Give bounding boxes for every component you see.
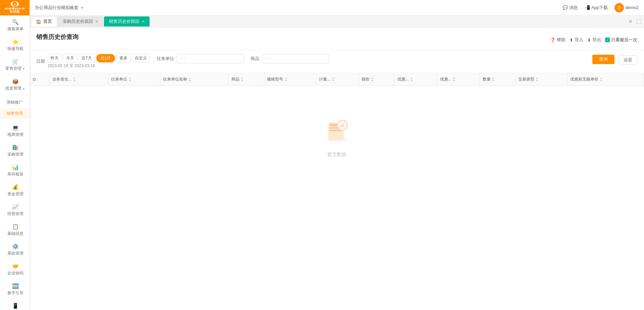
tab-close-sales[interactable]: ✕ — [142, 19, 145, 24]
th-spec[interactable]: 规格型号 ▲▼ — [264, 73, 316, 86]
chevron-down-icon: ▼ — [22, 67, 25, 70]
sidebar-item-ecommerce[interactable]: 💻 电商管理 — [0, 121, 30, 141]
goods-input[interactable]: ··· — [262, 54, 329, 63]
th-discount2[interactable]: 优惠... ▲▼ — [437, 73, 480, 86]
date-filter: 日期 昨天 今天 近7天 近1月 更多 自定义 2023-02-18 至 202… — [36, 54, 150, 69]
th-pretax-price[interactable]: 优惠前无税单价 ▲▼ — [568, 73, 644, 86]
sidebar-item-wholesale[interactable]: 📦 批发管理 ▲ — [0, 75, 30, 95]
main-container: 办公用品行业模拟账套 ▾ 💬 消息 📲 App下载 D demo2 🏠 首页 采… — [30, 0, 644, 310]
topbar-dropdown-icon[interactable]: ▾ — [81, 5, 83, 10]
sidebar-item-guide[interactable]: 🆕 新手引导 — [0, 279, 30, 299]
table-header: ⚙ 业务发生... ▲▼ 往来单位 ▲▼ — [30, 73, 644, 86]
th-discount1[interactable]: 优惠... ▲▼ — [394, 73, 437, 86]
sidebar-item-finance[interactable]: 💰 资金管理 — [0, 180, 30, 200]
sidebar-item-sales[interactable]: 销售管理 — [0, 108, 30, 119]
svg-point-0 — [12, 2, 17, 6]
goods-filter: 商品 ··· — [251, 54, 329, 63]
date-btn-today[interactable]: 今天 — [63, 54, 77, 62]
logo-area: 畅捷通好生意 标准版 — [0, 0, 30, 15]
topbar-right: 💬 消息 📲 App下载 D demo2 — [562, 3, 639, 12]
svg-point-9 — [346, 119, 347, 120]
sidebar-item-search[interactable]: 🔍 搜索菜单 — [0, 15, 30, 35]
message-btn[interactable]: 💬 消息 — [562, 5, 578, 11]
action-buttons: ❓ 帮助 ⬆ 导入 ⬇ 导出 ✓ 只看最后一次 — [550, 37, 637, 43]
th-settings[interactable]: ⚙ — [30, 73, 49, 86]
sidebar-item-inventory[interactable]: 📊 库存核算 — [0, 161, 30, 180]
unit-input[interactable]: ··· — [177, 54, 244, 63]
date-buttons: 昨天 今天 近7天 近1月 更多 自定义 — [48, 54, 150, 62]
home-icon: 🏠 — [36, 19, 41, 24]
export-btn[interactable]: ⬇ 导出 — [587, 37, 601, 43]
svg-point-7 — [344, 120, 346, 122]
date-group: 昨天 今天 近7天 近1月 更多 自定义 2023-02-18 至 2023-0… — [48, 54, 150, 69]
date-btn-1month[interactable]: 近1月 — [96, 54, 115, 62]
tab-purchase-history[interactable]: 采购历史价跟踪 ✕ — [58, 16, 103, 27]
th-goods[interactable]: 商品 ▲▼ — [228, 73, 264, 86]
goods-label: 商品 — [251, 56, 259, 62]
retail-icon: 🛒 — [12, 58, 19, 65]
empty-state: 暂无数据 — [30, 86, 644, 185]
sidebar-item-app-center[interactable]: 📱 应用中心 — [0, 299, 30, 310]
page-title: 销售历史价查询 — [36, 33, 78, 41]
th-unit-measure[interactable]: 计量... ▲▼ — [316, 73, 359, 86]
svg-rect-5 — [329, 130, 340, 131]
tab-sales-history[interactable]: 销售历史价跟踪 ✕ — [104, 16, 150, 27]
sidebar-item-system[interactable]: ⚙️ 系统管理 — [0, 240, 30, 260]
date-label: 日期 — [36, 58, 45, 64]
help-btn[interactable]: ❓ 帮助 — [550, 37, 566, 43]
logo-subtitle: 标准版 — [10, 9, 20, 14]
shortcut-icon: ⭐ — [12, 39, 19, 45]
date-btn-yesterday[interactable]: 昨天 — [48, 54, 62, 62]
tab-home[interactable]: 🏠 首页 — [31, 16, 57, 27]
th-trade-type[interactable]: 交易类型 ▲▼ — [516, 73, 568, 86]
sidebar: 畅捷通好生意 标准版 🔍 搜索菜单 ⭐ 快捷导航 🛒 零售管理 ▼ 📦 批发管理… — [0, 0, 30, 310]
maximize-btn[interactable]: ⛶ — [636, 19, 641, 24]
goods-input-dots: ··· — [265, 56, 271, 62]
date-btn-more[interactable]: 更多 — [116, 54, 130, 62]
th-unit-name[interactable]: 往来单位名称 ▲▼ — [160, 73, 228, 86]
sidebar-menu: 🔍 搜索菜单 ⭐ 快捷导航 🛒 零售管理 ▼ 📦 批发管理 ▲ 营销推广 — [0, 15, 30, 310]
operation-icon: 📈 — [12, 204, 19, 210]
sidebar-item-enterprise[interactable]: 🤝 企业协同 — [0, 260, 30, 279]
sidebar-item-marketing[interactable]: 营销推广 — [0, 97, 30, 108]
sidebar-item-basic[interactable]: 📋 基础信息 — [0, 220, 30, 240]
checkbox-icon: ✓ — [605, 38, 610, 42]
sidebar-item-shortcut[interactable]: ⭐ 快捷导航 — [0, 35, 30, 55]
app-center-icon: 📱 — [12, 303, 19, 309]
th-quoted-price[interactable]: 报价 ▲▼ — [359, 73, 395, 86]
sidebar-item-purchase[interactable]: 🛍️ 采购管理 — [0, 141, 30, 161]
import-btn[interactable]: ⬆ 导入 — [570, 37, 583, 43]
wholesale-icon: 📦 — [12, 78, 19, 85]
settings-button[interactable]: 设置 — [619, 55, 637, 65]
gear-icon[interactable]: ⚙ — [32, 77, 37, 82]
avatar: D — [614, 3, 624, 12]
filter-row: 日期 昨天 今天 近7天 近1月 更多 自定义 2023-02-18 至 202… — [30, 50, 644, 73]
svg-point-8 — [346, 122, 347, 123]
finance-icon: 💰 — [12, 184, 19, 190]
th-unit-code[interactable]: 往来单位 ▲▼ — [108, 73, 160, 86]
inventory-icon: 📊 — [12, 164, 19, 170]
data-table: ⚙ 业务发生... ▲▼ 往来单位 ▲▼ — [30, 73, 644, 86]
sidebar-item-retail[interactable]: 🛒 零售管理 ▼ — [0, 55, 30, 75]
guide-icon: 🆕 — [12, 283, 19, 289]
download-icon: 📲 — [585, 5, 590, 10]
date-btn-custom[interactable]: 自定义 — [132, 54, 150, 62]
th-biz-date[interactable]: 业务发生... ▲▼ — [49, 73, 108, 86]
date-btn-7days[interactable]: 近7天 — [78, 54, 95, 62]
topbar: 办公用品行业模拟账套 ▾ 💬 消息 📲 App下载 D demo2 — [30, 0, 644, 15]
close-window-btn[interactable]: ✕ — [628, 19, 633, 24]
import-icon: ⬆ — [570, 38, 573, 43]
empty-text: 暂无数据 — [327, 152, 346, 158]
message-icon: 💬 — [562, 5, 568, 10]
user-avatar-area[interactable]: D demo2 — [614, 3, 639, 12]
app-download-btn[interactable]: 📲 App下载 — [585, 5, 608, 11]
export-icon: ⬇ — [587, 38, 591, 43]
svg-point-6 — [337, 120, 347, 131]
page-header: 销售历史价查询 ❓ 帮助 ⬆ 导入 ⬇ 导出 ✓ — [30, 28, 644, 50]
th-quantity[interactable]: 数量 ▲▼ — [480, 73, 516, 86]
sidebar-item-operation[interactable]: 📈 经营管理 — [0, 200, 30, 220]
chevron-up-icon: ▲ — [22, 87, 25, 90]
tab-close-purchase[interactable]: ✕ — [95, 19, 98, 24]
only-last-checkbox[interactable]: ✓ 只看最后一次 — [605, 37, 637, 43]
query-button[interactable]: 查询 — [592, 55, 614, 64]
